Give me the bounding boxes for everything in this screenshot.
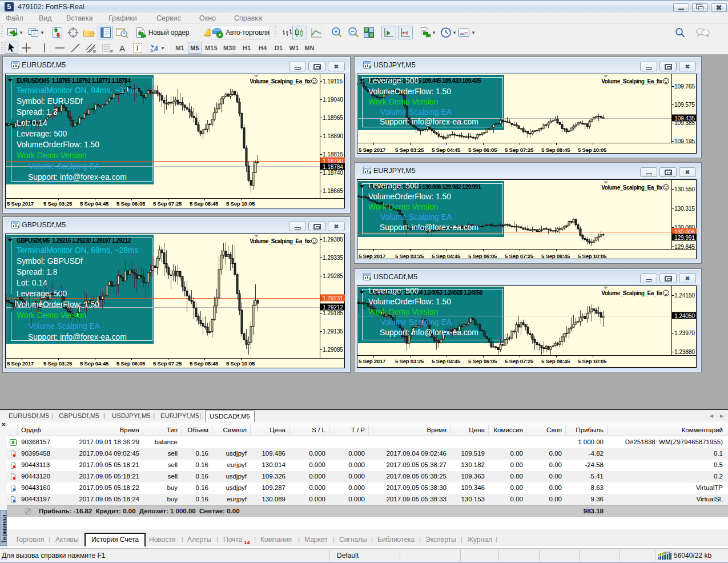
svg-text:5 Sep 2017: 5 Sep 2017 — [7, 360, 34, 367]
svg-text:5 Sep 08:45: 5 Sep 08:45 — [190, 360, 219, 367]
svg-text:Volume_Scalping_Ea_fix: Volume_Scalping_Ea_fix — [601, 290, 663, 296]
svg-text:5 Sep 06:05: 5 Sep 06:05 — [116, 200, 146, 207]
svg-text:5 Sep 07:25: 5 Sep 07:25 — [505, 147, 534, 153]
svg-text:Spread: 1.8: Spread: 1.8 — [17, 268, 58, 276]
svg-text:TerminalMonitor ON, 84ms, ~31m: TerminalMonitor ON, 84ms, ~31ms — [17, 86, 139, 95]
svg-text:VolumeOrderFlow: 1.50: VolumeOrderFlow: 1.50 — [368, 192, 451, 201]
svg-text:5 Sep 10:05: 5 Sep 10:05 — [226, 200, 255, 207]
svg-text:109.765: 109.765 — [674, 83, 695, 90]
svg-text:1.29335: 1.29335 — [323, 255, 343, 261]
svg-text:5 Sep 04:45: 5 Sep 04:45 — [432, 253, 461, 259]
svg-text:Leverage: 500: Leverage: 500 — [368, 182, 419, 190]
svg-text:5 Sep 06:05: 5 Sep 06:05 — [468, 147, 497, 153]
svg-text:5 Sep 04:45: 5 Sep 04:45 — [432, 358, 461, 364]
svg-text:F: F — [110, 49, 113, 54]
svg-text:Work Demo Version: Work Demo Version — [17, 311, 86, 320]
svg-text:1.24150: 1.24150 — [674, 292, 695, 299]
svg-text:130.315: 130.315 — [674, 206, 695, 212]
svg-text:5 Sep 08:45: 5 Sep 08:45 — [541, 358, 570, 364]
svg-text:5 Sep 06:05: 5 Sep 06:05 — [468, 253, 497, 259]
svg-text:Support: info@forex-ea.com: Support: info@forex-ea.com — [28, 173, 127, 182]
svg-text:EURUSDf,M5 1.18785 1.18792 1.: EURUSDf,M5 1.18785 1.18792 1.18771 1.187… — [17, 78, 131, 84]
svg-text:1.19115: 1.19115 — [323, 78, 343, 85]
svg-text:5 Sep 06:05: 5 Sep 06:05 — [468, 358, 497, 364]
svg-text:1.29185: 1.29185 — [323, 310, 343, 316]
svg-text:5 Sep 08:45: 5 Sep 08:45 — [541, 253, 570, 259]
svg-text:5 Sep 04:45: 5 Sep 04:45 — [432, 147, 461, 153]
svg-text:5 Sep 07:25: 5 Sep 07:25 — [153, 200, 182, 207]
svg-text:109.195: 109.195 — [674, 138, 695, 144]
svg-text:1.29231: 1.29231 — [323, 295, 343, 301]
svg-text:VolumeOrderFlow: 1.50: VolumeOrderFlow: 1.50 — [368, 297, 451, 306]
svg-text:Volume_Scalping_Ea_fix: Volume_Scalping_Ea_fix — [250, 78, 311, 85]
svg-text:Spread: 1.3: Spread: 1.3 — [17, 108, 58, 116]
svg-text:1.29385: 1.29385 — [323, 236, 343, 243]
svg-text:Support: info@forex-ea.com: Support: info@forex-ea.com — [28, 333, 127, 341]
svg-text:Volume_Scalping_Ea_fix: Volume_Scalping_Ea_fix — [601, 78, 663, 85]
svg-text:Volume Scalping EA: Volume Scalping EA — [380, 108, 452, 116]
svg-text:Support: info@forex-ea.com: Support: info@forex-ea.com — [380, 328, 478, 337]
svg-text:109.435: 109.435 — [674, 115, 695, 122]
svg-text:5 Sep 08:45: 5 Sep 08:45 — [190, 200, 219, 207]
svg-text:5 Sep 10:05: 5 Sep 10:05 — [226, 360, 255, 367]
svg-text:Volume Scalping EA: Volume Scalping EA — [29, 162, 100, 171]
svg-text:Volume_Scalping_Ea_fix: Volume_Scalping_Ea_fix — [601, 184, 663, 191]
svg-text:5 Sep 06:05: 5 Sep 06:05 — [116, 360, 146, 367]
svg-text:VolumeOrderFlow: 1.50: VolumeOrderFlow: 1.50 — [368, 87, 451, 96]
svg-text:Volume_Scalping_Ea_fix: Volume_Scalping_Ea_fix — [250, 238, 311, 244]
svg-text:5 Sep 10:05: 5 Sep 10:05 — [578, 358, 607, 364]
svg-text:5 Sep 10:05: 5 Sep 10:05 — [578, 147, 607, 153]
svg-text:5 Sep 07:25: 5 Sep 07:25 — [505, 358, 534, 364]
svg-text:Work Demo Version: Work Demo Version — [368, 203, 438, 211]
svg-text:5 Sep 03:25: 5 Sep 03:25 — [395, 147, 424, 153]
svg-text:1.29085: 1.29085 — [323, 347, 343, 353]
svg-text:5 Sep 08:45: 5 Sep 08:45 — [541, 147, 570, 153]
svg-text:1.19040: 1.19040 — [323, 96, 343, 103]
svg-text:5 Sep 03:25: 5 Sep 03:25 — [43, 200, 73, 207]
svg-text:5 Sep 03:25: 5 Sep 03:25 — [395, 253, 424, 259]
svg-text:1.29135: 1.29135 — [323, 328, 343, 335]
svg-text:TerminalMonitor ON, 69ms, ~28m: TerminalMonitor ON, 69ms, ~28ms — [17, 246, 139, 255]
svg-text:5 Sep 03:25: 5 Sep 03:25 — [395, 358, 424, 364]
svg-text:5 Sep 2017: 5 Sep 2017 — [359, 358, 385, 364]
svg-text:Work Demo Version: Work Demo Version — [368, 308, 438, 316]
svg-text:Leverage: 500: Leverage: 500 — [368, 287, 419, 295]
svg-text:5 Sep 10:05: 5 Sep 10:05 — [578, 253, 607, 259]
svg-text:Lot: 0.14: Lot: 0.14 — [17, 279, 47, 287]
svg-text:5 Sep 04:45: 5 Sep 04:45 — [80, 360, 109, 367]
svg-text:109.575: 109.575 — [674, 102, 695, 108]
svg-text:5 Sep 2017: 5 Sep 2017 — [359, 147, 385, 153]
svg-text:A: A — [119, 43, 125, 53]
svg-text:5 Sep 07:25: 5 Sep 07:25 — [505, 253, 534, 259]
svg-text:1.24050: 1.24050 — [674, 313, 695, 319]
svg-text:129.845: 129.845 — [674, 244, 695, 250]
svg-text:Support: info@forex-ea.com: Support: info@forex-ea.com — [380, 223, 478, 232]
svg-text:VolumeOrderFlow: 1.50: VolumeOrderFlow: 1.50 — [17, 300, 99, 309]
svg-text:Lot: 0.14: Lot: 0.14 — [17, 119, 47, 127]
svg-text:Leverage: 500: Leverage: 500 — [17, 130, 67, 138]
svg-text:1.23970: 1.23970 — [674, 330, 695, 336]
svg-text:Volume Scalping EA: Volume Scalping EA — [29, 322, 100, 331]
svg-text:1.23880: 1.23880 — [674, 349, 695, 355]
svg-text:1.18740: 1.18740 — [323, 170, 343, 176]
svg-text:T: T — [135, 45, 140, 53]
svg-text:Leverage: 500: Leverage: 500 — [368, 77, 419, 85]
svg-text:Leverage: 500: Leverage: 500 — [17, 289, 67, 298]
svg-text:129.991: 129.991 — [674, 235, 695, 241]
svg-text:5 Sep 04:45: 5 Sep 04:45 — [80, 200, 109, 207]
svg-text:1.18965: 1.18965 — [323, 115, 343, 121]
svg-text:1.29212: 1.29212 — [323, 304, 343, 311]
svg-text:5 Sep 2017: 5 Sep 2017 — [359, 253, 385, 259]
svg-text:GBPUSDf,M5 1.29216 1.29230 1.: GBPUSDf,M5 1.29216 1.29230 1.29197 1.292… — [17, 238, 131, 244]
svg-text:5 Sep 03:25: 5 Sep 03:25 — [43, 360, 73, 367]
svg-text:Volume Scalping EA: Volume Scalping EA — [380, 318, 452, 327]
svg-text:Терминал: Терминал — [1, 514, 7, 544]
svg-text:1.29285: 1.29285 — [323, 273, 343, 279]
svg-text:Symbol: GBPUSDf: Symbol: GBPUSDf — [17, 257, 83, 266]
svg-text:Volume Scalping EA: Volume Scalping EA — [380, 213, 452, 222]
svg-text:1.18815: 1.18815 — [323, 151, 343, 158]
svg-text:Work Demo Version: Work Demo Version — [368, 98, 438, 106]
svg-text:Work Demo Version: Work Demo Version — [17, 151, 86, 160]
svg-text:1.18665: 1.18665 — [323, 188, 343, 194]
svg-text:Support: info@forex-ea.com: Support: info@forex-ea.com — [380, 118, 478, 126]
